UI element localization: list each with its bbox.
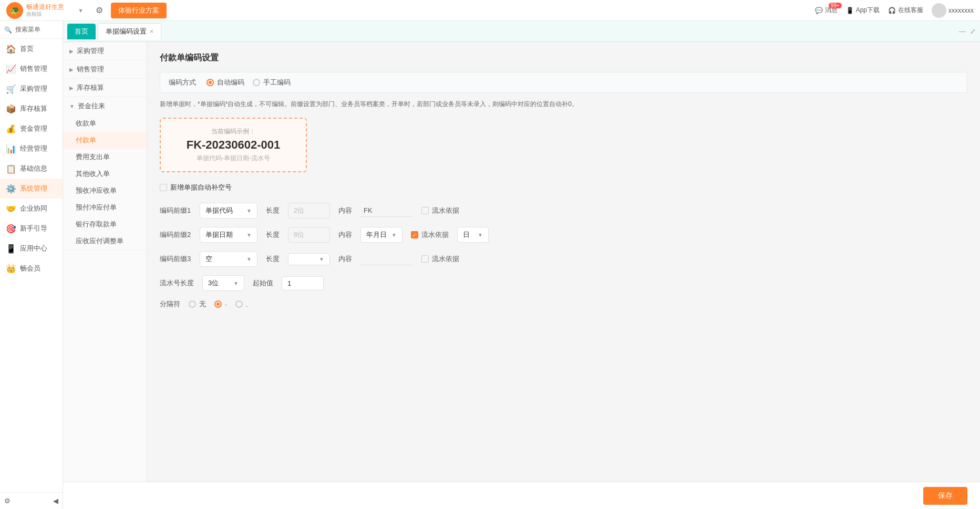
sidebar-item-basic[interactable]: 📋 基础信息 [0, 159, 63, 179]
serial-length-select[interactable]: 3位 ▼ [202, 275, 244, 291]
sidebar-item-home[interactable]: 🏠 首页 [0, 39, 63, 59]
sub-sidebar: ▶ 采购管理 ▶ 销售管理 ▶ 库存核算 [63, 42, 147, 482]
sub-menu-sales: ▶ 销售管理 [63, 60, 147, 79]
start-value-label: 起始值 [253, 278, 273, 288]
sidebar-item-system[interactable]: ⚙️ 系统管理 [0, 179, 63, 199]
sidebar-item-purchase[interactable]: 🛒 采购管理 [0, 79, 63, 99]
content1-input[interactable] [360, 204, 413, 217]
preview-sub: 单据代码-单据日期-流水号 [171, 154, 295, 163]
trial-button[interactable]: 体验行业方案 [111, 3, 167, 18]
sidebar-collapse-icon[interactable]: ◀ [53, 497, 58, 505]
serial1-cb[interactable] [421, 207, 429, 214]
main-layout: 🔍 搜索菜单 🏠 首页 📈 销售管理 🛒 采购管理 📦 库存核算 💰 资金管理 … [0, 21, 980, 509]
topbar-dropdown[interactable]: ▼ [74, 5, 88, 16]
settings-icon[interactable]: ⚙ [92, 3, 107, 18]
content2-select[interactable]: 年月日 ▼ [360, 227, 403, 243]
logo-text: 畅通道好生意 旗舰版 [26, 3, 64, 17]
sidebar-footer: ⚙ ◀ [0, 492, 63, 509]
tab-close-icon[interactable]: × [150, 28, 153, 35]
sep-dot-option[interactable]: · [214, 300, 227, 308]
basic-icon: 📋 [6, 164, 16, 173]
content2-label: 内容 [338, 230, 352, 240]
prefix2-select[interactable]: 单据日期 ▼ [200, 227, 257, 243]
manual-encode-dot [253, 79, 260, 86]
manual-encode-radio[interactable]: 手工编码 [253, 78, 291, 87]
prefix2-row: 编码前缀2 单据日期 ▼ 长度 8位 内容 年月日 ▼ ✓ [160, 227, 967, 243]
purchase-icon: 🛒 [6, 84, 16, 94]
app-download-button[interactable]: 📱 App下载 [846, 6, 880, 15]
sep-none-option[interactable]: 无 [189, 299, 206, 309]
serial3-checkbox[interactable]: 流水依据 [421, 254, 459, 264]
encoding-method-row: 编码方式 自动编码 手工编码 [160, 72, 967, 93]
message-button[interactable]: 💬 消息 99+ [815, 6, 838, 15]
sub-menu-expense[interactable]: 费用支出单 [63, 149, 147, 165]
sub-menu-prepay-receivable[interactable]: 预收冲应收单 [63, 182, 147, 199]
sidebar-item-member[interactable]: 👑 畅会员 [0, 258, 63, 278]
sidebar-item-enterprise[interactable]: 🤝 企业协同 [0, 199, 63, 219]
enterprise-icon: 🤝 [6, 204, 16, 213]
topbar-center: ▼ ⚙ 体验行业方案 [74, 3, 811, 18]
sidebar-settings-icon[interactable]: ⚙ [4, 497, 11, 505]
right-panel: 首页 单据编码设置 × — ⤢ ▶ 采购管理 [63, 21, 980, 509]
length3-label: 长度 [266, 254, 280, 264]
separator-label: 分隔符 [160, 299, 180, 309]
prefix3-row: 编码前缀3 空 ▼ 长度 ▼ 内容 流水依据 [160, 251, 967, 267]
sub-menu-capital-header[interactable]: ▼ 资金往来 [63, 97, 147, 115]
finance-icon: 💰 [6, 124, 16, 133]
preview-code: FK-20230602-001 [171, 138, 295, 152]
sep-dash-option[interactable]: . [235, 300, 248, 308]
bottom-bar: 保存 [63, 482, 980, 509]
main-panel: 付款单编码设置 编码方式 自动编码 手工编码 [147, 42, 980, 482]
serial3-cb[interactable] [421, 255, 429, 263]
sales-icon: 📈 [6, 64, 16, 74]
serial2-cb-checked[interactable]: ✓ [411, 231, 418, 238]
prefix1-select[interactable]: 单据代码 ▼ [200, 203, 257, 219]
save-button[interactable]: 保存 [923, 487, 967, 505]
sub-menu-purchase-header[interactable]: ▶ 采购管理 [63, 42, 147, 60]
serial2-period-select[interactable]: 日 ▼ [457, 227, 489, 243]
sub-menu-other-income[interactable]: 其他收入单 [63, 165, 147, 182]
length3-arrow: ▼ [319, 256, 324, 262]
tab-encoding-settings[interactable]: 单据编码设置 × [98, 23, 161, 40]
inner-layout: ▶ 采购管理 ▶ 销售管理 ▶ 库存核算 [63, 42, 980, 482]
sub-menu-payment[interactable]: 付款单 [63, 132, 147, 149]
sub-menu-bank-deposit[interactable]: 银行存取款单 [63, 216, 147, 233]
tab-minimize-icon[interactable]: — [959, 27, 966, 35]
info-text: 新增单据时，*单据编码*自动生成，不可编辑。前缀设置为部门、业务员等档案类，开单… [160, 99, 967, 109]
prefix1-row: 编码前缀1 单据代码 ▼ 长度 2位 内容 流水依据 [160, 203, 967, 219]
topbar-right: 💬 消息 99+ 📱 App下载 🎧 在线客服 xxxxxxxx [815, 3, 974, 18]
home-icon: 🏠 [6, 44, 16, 54]
sidebar-item-app-center[interactable]: 📱 应用中心 [0, 238, 63, 258]
content2-arrow: ▼ [391, 232, 397, 238]
sidebar-item-operation[interactable]: 📊 经营管理 [0, 139, 63, 159]
search-menu[interactable]: 🔍 搜索菜单 [0, 21, 63, 39]
length3-select[interactable]: ▼ [288, 253, 330, 265]
auto-fill-row: 新增单据自动补空号 [160, 183, 967, 192]
sidebar-item-finance[interactable]: 💰 资金管理 [0, 119, 63, 139]
serial2-checkbox[interactable]: ✓ 流水依据 [411, 230, 449, 240]
sidebar-item-inventory[interactable]: 📦 库存核算 [0, 99, 63, 119]
sub-menu-ar-ap-adjust[interactable]: 应收应付调整单 [63, 233, 147, 250]
operation-icon: 📊 [6, 144, 16, 153]
auto-encode-radio[interactable]: 自动编码 [207, 78, 244, 87]
online-service-button[interactable]: 🎧 在线客服 [888, 6, 923, 15]
sub-menu-inventory-header[interactable]: ▶ 库存核算 [63, 79, 147, 97]
auto-fill-checkbox[interactable] [160, 184, 167, 191]
sidebar-item-guide[interactable]: 🎯 新手引导 [0, 219, 63, 238]
preview-label: 当前编码示例： [171, 127, 295, 136]
tab-expand-icon[interactable]: ⤢ [970, 27, 976, 35]
content1-label: 内容 [338, 206, 352, 215]
start-value-input[interactable] [282, 276, 324, 290]
sub-menu-prepay-payable[interactable]: 预付冲应付单 [63, 199, 147, 216]
tab-home[interactable]: 首页 [67, 24, 96, 39]
length2-select: 8位 [288, 227, 330, 243]
prefix3-select[interactable]: 空 ▼ [200, 251, 257, 267]
sidebar-item-sales[interactable]: 📈 销售管理 [0, 59, 63, 79]
sub-menu-sales-header[interactable]: ▶ 销售管理 [63, 60, 147, 78]
content3-input[interactable] [360, 253, 413, 265]
serial1-checkbox[interactable]: 流水依据 [421, 206, 459, 215]
tab-actions: — ⤢ [959, 27, 976, 35]
sub-menu-receipt[interactable]: 收款单 [63, 115, 147, 132]
sep-dot-dot [214, 300, 222, 308]
user-avatar[interactable]: xxxxxxxx [932, 3, 974, 18]
